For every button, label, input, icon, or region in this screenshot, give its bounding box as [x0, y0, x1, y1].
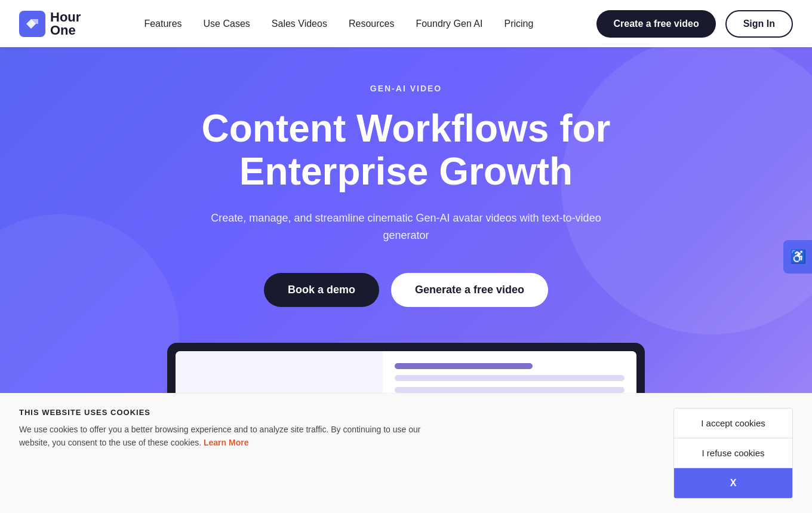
- nav-item-foundry-gen-ai[interactable]: Foundry Gen AI: [416, 19, 482, 29]
- screen-bar-1: [395, 375, 625, 381]
- cookie-button-group: I accept cookies I refuse cookies X: [673, 408, 793, 499]
- cookie-description: We use cookies to offer you a better bro…: [19, 423, 437, 450]
- book-demo-button[interactable]: Book a demo: [264, 273, 379, 307]
- hero-cta-buttons: Book a demo Generate a free video: [264, 273, 548, 307]
- cookie-learn-more-link[interactable]: Learn More: [204, 438, 248, 447]
- accessibility-icon: ♿: [790, 249, 806, 265]
- cookie-text: THIS WEBSITE USES COOKIES We use cookies…: [19, 408, 437, 450]
- nav-item-use-cases[interactable]: Use Cases: [204, 19, 250, 29]
- cookie-title: THIS WEBSITE USES COOKIES: [19, 408, 437, 417]
- nav-item-sales-videos[interactable]: Sales Videos: [272, 19, 327, 29]
- generate-free-video-button[interactable]: Generate a free video: [391, 273, 548, 307]
- accessibility-button[interactable]: ♿: [783, 240, 812, 274]
- accept-cookies-button[interactable]: I accept cookies: [674, 408, 792, 438]
- hero-title: Content Workflows for Enterprise Growth: [202, 107, 611, 193]
- nav-menu: Features Use Cases Sales Videos Resource…: [144, 19, 533, 29]
- screen-bar-accent: [395, 363, 533, 369]
- create-free-video-button[interactable]: Create a free video: [596, 10, 715, 38]
- logo-icon: [19, 11, 45, 37]
- close-cookie-banner-button[interactable]: X: [674, 468, 792, 498]
- nav-item-resources[interactable]: Resources: [349, 19, 394, 29]
- navbar-actions: Create a free video Sign In: [596, 10, 793, 38]
- refuse-cookies-button[interactable]: I refuse cookies: [674, 438, 792, 468]
- logo-text: Hour One: [50, 11, 81, 37]
- screen-bar-2: [395, 387, 625, 393]
- logo[interactable]: Hour One: [19, 11, 81, 37]
- hero-tag: GEN-AI VIDEO: [370, 84, 442, 93]
- navbar: Hour One Features Use Cases Sales Videos…: [0, 0, 812, 47]
- nav-item-pricing[interactable]: Pricing: [504, 19, 533, 29]
- cookie-banner: THIS WEBSITE USES COOKIES We use cookies…: [0, 393, 812, 513]
- sign-in-button[interactable]: Sign In: [725, 10, 793, 38]
- hero-subtitle: Create, manage, and streamline cinematic…: [191, 210, 621, 244]
- nav-item-features[interactable]: Features: [144, 19, 182, 29]
